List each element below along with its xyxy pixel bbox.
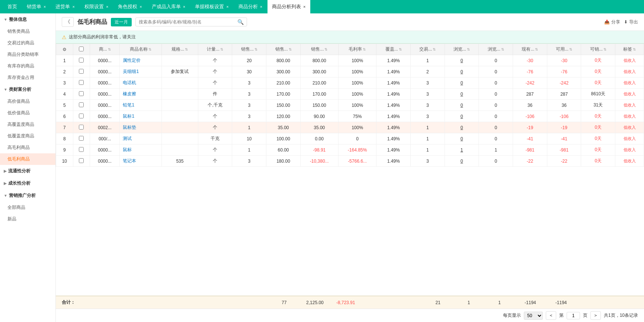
sort-code-icon[interactable]: ⇅ [108, 47, 111, 51]
sort-profit-icon[interactable]: ⇅ [324, 47, 327, 51]
th-spec[interactable]: 规格...⇅ [162, 44, 198, 55]
row-select-checkbox[interactable] [79, 58, 84, 63]
th-view1[interactable]: 浏览...⇅ [445, 44, 479, 55]
th-sales-amount[interactable]: 销售...⇅ [266, 44, 301, 55]
th-checkbox[interactable] [73, 44, 90, 55]
sort-margin-icon[interactable]: ⇅ [363, 47, 366, 51]
th-trade-count[interactable]: 交易...⇅ [411, 44, 445, 55]
close-template-icon[interactable]: × [226, 4, 228, 9]
row-name[interactable]: 鼠标垫 [120, 122, 162, 133]
row-select-checkbox[interactable] [79, 102, 84, 107]
sidebar-section-marketing[interactable]: ▼ 营销推广分析 [0, 189, 55, 202]
next-page-button[interactable]: ＞ [590, 311, 601, 320]
sidebar-section-growth[interactable]: ▶ 成长性分析 [0, 177, 55, 189]
close-product-icon[interactable]: × [183, 4, 185, 9]
sidebar-item-category-rate[interactable]: 商品分类助销率 [0, 49, 55, 60]
row-name[interactable]: 鼠标 [120, 144, 162, 156]
row-select-checkbox[interactable] [79, 136, 84, 141]
close-permission-icon[interactable]: × [106, 4, 108, 9]
row-checkbox[interactable] [73, 89, 90, 100]
prev-page-button[interactable]: ＜ [546, 311, 556, 320]
select-all-checkbox[interactable] [79, 47, 84, 51]
row-select-checkbox[interactable] [79, 147, 84, 152]
nav-template-settings[interactable]: 单据模板设置 × [190, 0, 233, 13]
row-checkbox[interactable] [73, 55, 90, 66]
close-role-icon[interactable]: × [140, 4, 142, 9]
nav-home[interactable]: 首页 [3, 0, 22, 13]
th-current-stock[interactable]: 现有...⇅ [513, 44, 547, 55]
row-select-checkbox[interactable] [79, 125, 84, 130]
close-purchase-icon[interactable]: × [72, 4, 74, 9]
row-checkbox[interactable] [73, 77, 90, 89]
th-sales-qty[interactable]: 销售...⇅ [232, 44, 266, 55]
sidebar-item-stock-capital[interactable]: 库存资金占用 [0, 72, 55, 83]
row-checkbox[interactable] [73, 100, 90, 111]
row-view1[interactable]: 1 [445, 144, 479, 156]
th-name[interactable]: 商品名称⇅ [120, 44, 162, 55]
row-name[interactable]: 电话机 [120, 77, 162, 89]
sidebar-item-stock-products[interactable]: 有库存的商品 [0, 60, 55, 72]
nav-sales-order[interactable]: 销货单 × [22, 0, 50, 13]
sidebar-item-low-value[interactable]: 低价值商品 [0, 107, 55, 119]
close-analysis-list-icon[interactable]: × [303, 4, 305, 9]
nav-product-analysis[interactable]: 商品分析 × [234, 0, 267, 13]
row-view1[interactable]: 0 [445, 122, 479, 133]
th-available-stock[interactable]: 可用...⇅ [547, 44, 581, 55]
row-name[interactable]: 测试 [120, 133, 162, 144]
th-sales-profit[interactable]: 销售...⇅ [300, 44, 338, 55]
row-view1[interactable]: 0 [445, 133, 479, 144]
row-checkbox[interactable] [73, 156, 90, 167]
th-coverage[interactable]: 覆盖...⇅ [377, 44, 411, 55]
row-checkbox[interactable] [73, 122, 90, 133]
row-name[interactable]: 鼠标1 [120, 111, 162, 122]
sort-coverage-icon[interactable]: ⇅ [399, 47, 402, 51]
sort-avail-icon[interactable]: ⇅ [569, 47, 572, 51]
row-view1[interactable]: 0 [445, 77, 479, 89]
row-view1[interactable]: 0 [445, 156, 479, 167]
sort-spec-icon[interactable]: ⇅ [185, 47, 188, 51]
th-code[interactable]: 商...⇅ [90, 44, 120, 55]
th-sellable-days[interactable]: 可销...⇅ [581, 44, 615, 55]
sidebar-item-sales-products[interactable]: 销售类商品 [0, 26, 55, 37]
row-name[interactable]: 橡皮擦 [120, 89, 162, 100]
nav-product-entry[interactable]: 产成品入库单 × [147, 0, 190, 13]
search-icon[interactable]: 🔍 [237, 19, 244, 25]
sidebar-item-traded-products[interactable]: 交易过的商品 [0, 37, 55, 49]
row-name[interactable]: 笔记本 [120, 156, 162, 167]
close-sales-order-icon[interactable]: × [44, 4, 46, 9]
close-analysis-icon[interactable]: × [260, 4, 262, 9]
date-filter-button[interactable]: 近一月 [111, 18, 132, 26]
sort-stock-icon[interactable]: ⇅ [535, 47, 538, 51]
sort-view2-icon[interactable]: ⇅ [501, 47, 504, 51]
search-input[interactable] [139, 19, 237, 25]
th-view2[interactable]: 浏览...⇅ [479, 44, 513, 55]
per-page-select[interactable]: 50 10 20 100 [524, 312, 543, 320]
collapse-sidebar-button[interactable]: 《 [62, 17, 74, 27]
row-checkbox[interactable] [73, 144, 90, 156]
sidebar-item-high-value[interactable]: 高价值商品 [0, 96, 55, 107]
sidebar-item-all-products[interactable]: 全部商品 [0, 202, 55, 213]
row-name[interactable]: 吴细细1 [120, 66, 162, 77]
row-view1[interactable]: 0 [445, 66, 479, 77]
settings-icon[interactable]: ⚙ [63, 47, 67, 52]
sort-name-icon[interactable]: ⇅ [148, 47, 151, 51]
row-checkbox[interactable] [73, 133, 90, 144]
current-page-input[interactable] [567, 312, 580, 319]
sort-tag-icon[interactable]: ⇅ [633, 47, 636, 51]
row-view1[interactable]: 0 [445, 111, 479, 122]
sidebar-item-new-products[interactable]: 新品 [0, 213, 55, 225]
sort-amount-icon[interactable]: ⇅ [289, 47, 292, 51]
th-settings[interactable]: ⚙ [56, 44, 73, 55]
th-unit[interactable]: 计量...⇅ [198, 44, 232, 55]
row-view1[interactable]: 0 [445, 55, 479, 66]
sort-unit-icon[interactable]: ⇅ [220, 47, 223, 51]
sort-qty-icon[interactable]: ⇅ [254, 47, 257, 51]
sidebar-item-low-margin[interactable]: 低毛利商品 [0, 153, 55, 165]
nav-purchase-order[interactable]: 进货单 × [51, 0, 79, 13]
export-button[interactable]: ⬇ 导出 [624, 19, 638, 25]
sidebar-item-high-margin[interactable]: 高毛利商品 [0, 142, 55, 153]
sort-view1-icon[interactable]: ⇅ [467, 47, 470, 51]
nav-role-auth[interactable]: 角色授权 × [113, 0, 146, 13]
sidebar-section-wealth[interactable]: ▼ 类财富分析 [0, 83, 55, 96]
th-margin-rate[interactable]: 毛利率⇅ [338, 44, 377, 55]
